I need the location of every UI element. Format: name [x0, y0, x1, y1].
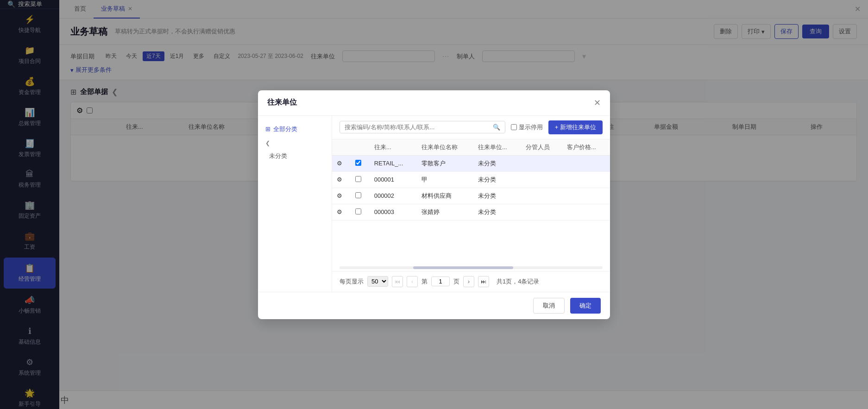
- modal-col-header: [332, 139, 351, 156]
- modal-toolbar: 🔍 显示停用 + 新增往来单位: [332, 116, 610, 139]
- row-name: 材料供应商: [417, 188, 473, 204]
- row-price-level: [562, 155, 610, 171]
- page-word-label: 第: [421, 277, 428, 286]
- row-checkbox[interactable]: [351, 204, 370, 220]
- modal-sidebar: ⊞ 全部分类 ❮ 未分类: [258, 116, 332, 292]
- row-settings-icon[interactable]: ⚙: [332, 188, 351, 204]
- row-settings-icon[interactable]: ⚙: [332, 155, 351, 171]
- modal-title: 往来单位: [267, 98, 297, 107]
- first-page-button[interactable]: ⏮: [392, 276, 403, 287]
- row-select[interactable]: [355, 208, 361, 214]
- row-manager: [521, 171, 562, 188]
- modal-close-button[interactable]: ✕: [594, 98, 601, 108]
- modal-sidebar-uncategorized[interactable]: 未分类: [258, 149, 332, 163]
- counterpart-modal: 往来单位 ✕ ⊞ 全部分类 ❮ 未分类: [258, 90, 610, 319]
- row-code: 000002: [370, 188, 417, 204]
- row-category: 未分类: [473, 155, 521, 171]
- show-disabled-text: 显示停用: [519, 123, 543, 132]
- modal-header: 往来单位 ✕: [258, 90, 610, 116]
- modal-col-header: 往来单位...: [473, 139, 521, 156]
- row-code: RETAIL_...: [370, 155, 417, 171]
- modal-sidebar-all-label: 全部分类: [273, 125, 297, 133]
- row-checkbox[interactable]: [351, 155, 370, 171]
- row-manager: [521, 155, 562, 171]
- next-page-button[interactable]: ›: [463, 276, 474, 287]
- row-checkbox[interactable]: [351, 171, 370, 188]
- last-page-button[interactable]: ⏭: [478, 276, 489, 287]
- modal-overlay: 往来单位 ✕ ⊞ 全部分类 ❮ 未分类: [0, 0, 868, 409]
- modal-pagination: 每页显示 50 ⏮ ‹ 第 1 页 › ⏭ 共1页，4条记录: [332, 271, 610, 292]
- row-category: 未分类: [473, 204, 521, 220]
- table-row[interactable]: ⚙000001甲未分类: [332, 171, 610, 188]
- current-page-input[interactable]: 1: [431, 277, 450, 286]
- scrollbar-thumb[interactable]: [413, 266, 513, 269]
- add-counterpart-button[interactable]: + 新增往来单位: [548, 120, 603, 134]
- row-category: 未分类: [473, 171, 521, 188]
- chevron-left-icon: ❮: [265, 140, 270, 146]
- per-page-select[interactable]: 50: [367, 276, 388, 287]
- search-icon: 🔍: [493, 124, 500, 131]
- modal-search-wrapper: 🔍: [340, 121, 505, 133]
- row-checkbox[interactable]: [351, 188, 370, 204]
- modal-body: ⊞ 全部分类 ❮ 未分类 🔍: [258, 116, 610, 292]
- modal-footer: 取消 确定: [258, 292, 610, 319]
- cancel-button[interactable]: 取消: [533, 298, 565, 314]
- row-select[interactable]: [355, 192, 361, 198]
- modal-col-header: 往来单位名称: [417, 139, 473, 156]
- table-row[interactable]: ⚙000002材料供应商未分类: [332, 188, 610, 204]
- show-disabled-label[interactable]: 显示停用: [511, 123, 543, 132]
- table-row[interactable]: ⚙RETAIL_...零散客户未分类: [332, 155, 610, 171]
- prev-page-button[interactable]: ‹: [407, 276, 418, 287]
- row-select[interactable]: [355, 160, 361, 166]
- modal-col-header: [351, 139, 370, 156]
- modal-sidebar-collapse[interactable]: ❮: [258, 137, 332, 149]
- modal-col-header: 往来...: [370, 139, 417, 156]
- modal-table: 往来...往来单位名称往来单位...分管人员客户价格... ⚙RETAIL_..…: [332, 139, 610, 220]
- show-disabled-checkbox[interactable]: [511, 124, 517, 130]
- row-code: 000001: [370, 171, 417, 188]
- row-code: 000003: [370, 204, 417, 220]
- row-name: 张婧婷: [417, 204, 473, 220]
- row-price-level: [562, 188, 610, 204]
- row-manager: [521, 204, 562, 220]
- table-row[interactable]: ⚙000003张婧婷未分类: [332, 204, 610, 220]
- row-select[interactable]: [355, 176, 361, 182]
- row-price-level: [562, 204, 610, 220]
- modal-main: 🔍 显示停用 + 新增往来单位 往来...往来单位名称往来单位...分管人员客户…: [332, 116, 610, 292]
- confirm-button[interactable]: 确定: [570, 298, 601, 314]
- row-name: 甲: [417, 171, 473, 188]
- modal-col-header: 分管人员: [521, 139, 562, 156]
- page-suffix-label: 页: [453, 277, 459, 286]
- row-settings-icon[interactable]: ⚙: [332, 171, 351, 188]
- horizontal-scrollbar[interactable]: [340, 266, 603, 269]
- uncategorized-label: 未分类: [269, 152, 287, 159]
- grid-icon: ⊞: [265, 126, 270, 132]
- modal-sidebar-all[interactable]: ⊞ 全部分类: [258, 121, 332, 137]
- modal-search-input[interactable]: [345, 124, 490, 131]
- total-pages-label: 共1页，4条记录: [497, 277, 539, 286]
- row-price-level: [562, 171, 610, 188]
- per-page-label: 每页显示: [340, 277, 364, 286]
- row-name: 零散客户: [417, 155, 473, 171]
- row-category: 未分类: [473, 188, 521, 204]
- row-manager: [521, 188, 562, 204]
- modal-table-wrapper: 往来...往来单位名称往来单位...分管人员客户价格... ⚙RETAIL_..…: [332, 139, 610, 264]
- modal-col-header: 客户价格...: [562, 139, 610, 156]
- row-settings-icon[interactable]: ⚙: [332, 204, 351, 220]
